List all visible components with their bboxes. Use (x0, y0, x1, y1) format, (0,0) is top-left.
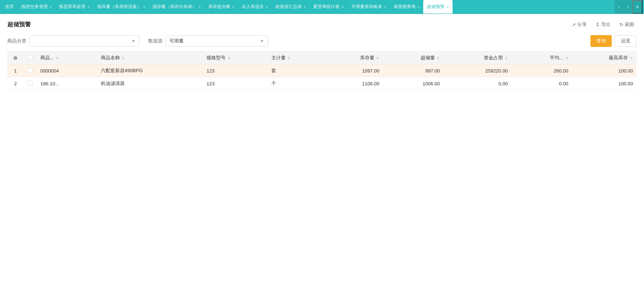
th-avg[interactable]: 平均... ⇅ (512, 52, 572, 64)
data-table: ⚙ 商品... ⇅ 商品名称 ⇅ 规格型号 ⇅ (7, 51, 637, 90)
close-tab-5[interactable]: × (232, 5, 234, 9)
nav-tab-2[interactable]: 拣货异常处理 × (55, 0, 93, 14)
close-tab-3[interactable]: × (143, 5, 145, 9)
th-stock[interactable]: 库存量 ⇅ (322, 52, 383, 64)
nav-tab-7[interactable]: 收发存汇总表 × (272, 0, 310, 14)
product-category-filter: 商品分类 ▼ (7, 36, 139, 47)
row-avg: 0.00 (512, 77, 572, 90)
page-title: 超储预警 (7, 21, 31, 29)
settings-button[interactable]: 设置 (615, 35, 637, 47)
nav-close-all-button[interactable]: × (632, 0, 643, 14)
page-header: 超储预警 ↗ 分享 ↧ 导出 ↻ 刷新 (7, 20, 637, 29)
product-category-select[interactable]: ▼ (29, 36, 139, 47)
nav-arrows: ‹ › × (615, 0, 643, 14)
nav-tab-8[interactable]: 要货单统计表 × (310, 0, 347, 14)
nav-tab-4[interactable]: 现存量（库存分布表） × (149, 0, 204, 14)
close-tab-11[interactable]: × (446, 5, 449, 9)
row-code: 0000004 (37, 64, 97, 77)
product-category-label: 商品分类 (7, 38, 26, 44)
sort-unit-icon: ⇅ (288, 56, 290, 60)
sort-spec-icon: ⇅ (228, 56, 231, 60)
nav-tab-3[interactable]: 现存量（库存状况表） × (94, 0, 149, 14)
th-unit[interactable]: 主计量 ⇅ (268, 52, 323, 64)
row-name: 六配套新昌490BPG (97, 64, 203, 77)
data-source-select[interactable]: 可用量 ▼ (165, 36, 268, 47)
row-stock: 1106.00 (322, 77, 383, 90)
nav-tab-6[interactable]: 出入库流水 × (238, 0, 271, 14)
close-tab-9[interactable]: × (384, 5, 386, 9)
query-button[interactable]: 查询 (590, 35, 612, 47)
product-category-dropdown-icon: ▼ (131, 39, 135, 43)
row-name: 机油滤清器 (97, 77, 203, 90)
settings-gear-icon[interactable]: ⚙ (13, 55, 18, 61)
row-unit: 个 (268, 77, 323, 90)
table-header-row: ⚙ 商品... ⇅ 商品名称 ⇅ 规格型号 ⇅ (7, 52, 637, 64)
nav-tab-11[interactable]: 超储预警 × (423, 0, 452, 14)
row-capital: 259220.00 (443, 64, 511, 77)
close-tab-7[interactable]: × (304, 5, 306, 9)
sort-name-icon: ⇅ (122, 56, 125, 60)
sort-code-icon: ⇅ (56, 56, 59, 60)
data-source-filter: 数据源 可用量 ▼ (148, 36, 268, 47)
row-unit: 套 (268, 64, 323, 77)
sort-capital-icon: ⇅ (505, 56, 508, 60)
row-index: 2 (7, 77, 23, 90)
nav-tab-home[interactable]: 首页 (1, 0, 18, 14)
nav-tab-5[interactable]: 库存批次账 × (205, 0, 238, 14)
row-avg: 260.00 (512, 64, 572, 77)
refresh-icon: ↻ (619, 22, 623, 27)
row-stock: 1097.00 (322, 64, 383, 77)
row-checkbox[interactable] (23, 64, 37, 77)
th-settings: ⚙ (7, 52, 23, 64)
th-name[interactable]: 商品名称 ⇅ (97, 52, 203, 64)
close-tab-2[interactable]: × (87, 5, 89, 9)
sort-over-icon: ⇅ (437, 56, 440, 60)
row-code: 186-10... (37, 77, 97, 90)
row-checkbox[interactable] (23, 77, 37, 90)
share-button[interactable]: ↗ 分享 (570, 20, 589, 29)
row-capital: 0.00 (443, 77, 511, 90)
share-icon: ↗ (572, 22, 576, 27)
row-select-checkbox[interactable] (28, 68, 33, 73)
export-button[interactable]: ↧ 导出 (593, 20, 613, 29)
row-over-stock: 1006.00 (383, 77, 443, 90)
row-index: 1 (7, 64, 23, 77)
page-content: 超储预警 ↗ 分享 ↧ 导出 ↻ 刷新 商品分类 ▼ 数据源 (0, 14, 644, 293)
sort-avg-icon: ⇅ (566, 56, 568, 60)
close-tab-10[interactable]: × (417, 5, 420, 9)
th-over-stock[interactable]: 超储量 ⇅ (383, 52, 443, 64)
nav-tab-10[interactable]: 保质期查询 × (390, 0, 423, 14)
nav-prev-button[interactable]: ‹ (615, 0, 623, 14)
nav-tab-9[interactable]: 可用量库存账本 × (348, 0, 390, 14)
nav-tab-1[interactable]: 拣货任务管理 × (18, 0, 55, 14)
header-actions: ↗ 分享 ↧ 导出 ↻ 刷新 (570, 20, 637, 29)
row-select-checkbox[interactable] (28, 81, 33, 86)
close-tab-6[interactable]: × (266, 5, 268, 9)
close-tab-1[interactable]: × (50, 5, 52, 9)
close-tab-8[interactable]: × (341, 5, 344, 9)
table-row: 2 186-10... 机油滤清器 123 个 1106.00 1006.00 … (7, 77, 637, 90)
data-source-dropdown-icon: ▼ (260, 39, 264, 43)
close-tab-4[interactable]: × (198, 5, 201, 9)
data-source-label: 数据源 (148, 38, 162, 44)
sort-stock-icon: ⇅ (376, 56, 379, 60)
refresh-button[interactable]: ↻ 刷新 (617, 20, 637, 29)
filter-row: 商品分类 ▼ 数据源 可用量 ▼ 查询 设置 (7, 35, 637, 47)
select-all-checkbox[interactable] (28, 55, 33, 60)
th-code[interactable]: 商品... ⇅ (37, 52, 97, 64)
table-body: 1 0000004 六配套新昌490BPG 123 套 1097.00 997.… (7, 64, 637, 90)
row-spec: 123 (203, 64, 267, 77)
th-max-stock[interactable]: 最高库存 ⇅ (572, 52, 637, 64)
top-nav: 首页 拣货任务管理 × 拣货异常处理 × 现存量（库存状况表） × 现存量（库存… (0, 0, 644, 14)
action-buttons: 查询 设置 (590, 35, 637, 47)
row-max-stock: 100.00 (572, 77, 637, 90)
row-spec: 123 (203, 77, 267, 90)
th-capital[interactable]: 资金占用 ⇅ (443, 52, 511, 64)
row-max-stock: 100.00 (572, 64, 637, 77)
nav-next-button[interactable]: › (623, 0, 632, 14)
sort-max-icon: ⇅ (630, 56, 633, 60)
row-over-stock: 997.00 (383, 64, 443, 77)
export-icon: ↧ (596, 22, 600, 27)
th-spec[interactable]: 规格型号 ⇅ (203, 52, 267, 64)
table-row: 1 0000004 六配套新昌490BPG 123 套 1097.00 997.… (7, 64, 637, 77)
